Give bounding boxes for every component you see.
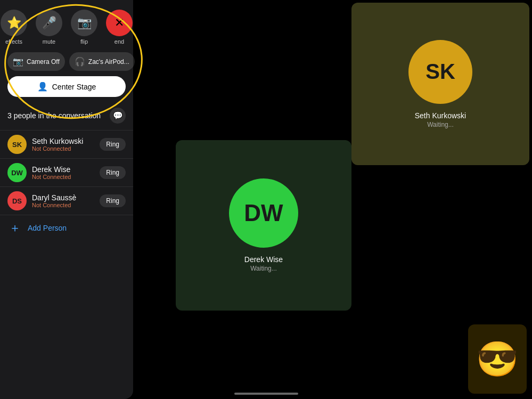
person-name-derek: Derek Wise [32,165,100,174]
person-row-seth: SK Seth Kurkowski Not Connected Ring [0,130,133,158]
add-person-label: Add Person [28,224,67,232]
effects-icon: ⭐ [1,10,27,36]
avatar-ds: DS [7,191,27,210]
person-status-daryl: Not Connected [32,202,100,208]
avatar-seth: SK [408,40,472,104]
device-row: 📷 Camera Off 🎧 Zac's AirPod... [0,47,133,76]
name-derek: Derek Wise [244,255,283,264]
flip-icon: 📷 [71,10,97,36]
person-row-derek: DW Derek Wise Not Connected Ring [0,158,133,186]
scroll-indicator [234,393,298,395]
end-button[interactable]: ✕ end [106,10,133,45]
people-header: 3 people in the conversation 💬 [0,103,133,130]
ring-button-seth[interactable]: Ring [100,138,126,151]
person-info-derek: Derek Wise Not Connected [32,165,100,180]
ring-button-daryl[interactable]: Ring [100,194,126,207]
flip-button[interactable]: 📷 flip [71,10,97,45]
center-stage-button[interactable]: 👤 Center Stage [7,76,126,97]
center-stage-label: Center Stage [52,83,96,91]
initials-seth: SK [425,60,455,84]
ring-button-derek[interactable]: Ring [100,166,126,179]
person-name-seth: Seth Kurkowski [32,137,100,145]
audio-device-button[interactable]: 🎧 Zac's AirPod... [69,52,135,71]
initials-derek: DW [244,200,283,226]
status-seth: Waiting... [427,121,454,128]
flip-label: flip [80,38,88,45]
person-info-seth: Seth Kurkowski Not Connected [32,137,100,152]
end-icon: ✕ [106,10,133,36]
mute-button[interactable]: 🎤 mute [36,10,62,45]
person-info-daryl: Daryl Saussè Not Connected [32,193,100,208]
tile-derek: DW Derek Wise Waiting... [176,140,351,311]
message-button[interactable]: 💬 [110,108,126,124]
status-derek: Waiting... [250,265,277,272]
name-seth: Seth Kurkowski [415,111,466,120]
tile-seth: SK Seth Kurkowski Waiting... [351,3,529,165]
people-count: 3 people in the conversation [7,111,101,120]
effects-label: effects [5,38,22,45]
mute-icon: 🎤 [36,10,62,36]
tile-self: 😎 [468,324,527,394]
effects-button[interactable]: ⭐ effects [1,10,27,45]
headphone-icon: 🎧 [75,56,85,67]
person-name-daryl: Daryl Saussè [32,193,100,202]
audio-label: Zac's AirPod... [88,58,129,66]
mute-label: mute [43,38,55,45]
add-person-button[interactable]: ＋ Add Person [0,215,133,241]
camera-off-button[interactable]: 📷 Camera Off [7,52,65,71]
plus-icon: ＋ [7,221,22,235]
avatar-sk: SK [7,135,27,154]
person-status-derek: Not Connected [32,174,100,180]
person-status-seth: Not Connected [32,145,100,152]
self-emoji: 😎 [476,339,519,379]
avatar-dw: DW [7,163,27,182]
end-label: end [114,38,124,45]
person-row-daryl: DS Daryl Saussè Not Connected Ring [0,186,133,215]
controls-row: ⭐ effects 🎤 mute 📷 flip ✕ end [0,0,133,47]
sidebar-panel: ⭐ effects 🎤 mute 📷 flip ✕ end 📷 Camera O… [0,0,133,399]
camera-icon: 📷 [13,56,23,67]
center-stage-icon: 👤 [37,82,48,92]
avatar-derek: DW [229,178,298,248]
camera-label: Camera Off [27,58,60,66]
